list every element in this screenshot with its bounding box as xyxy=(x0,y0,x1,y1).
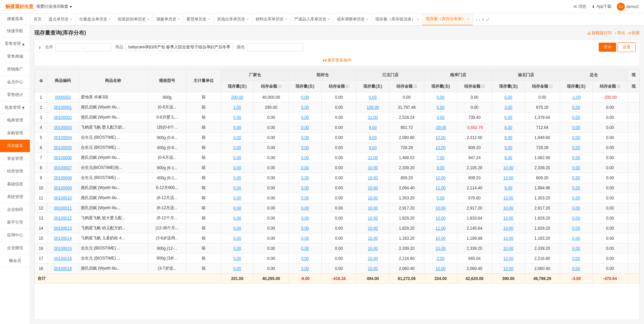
tab-material-out-history[interactable]: 材料出库单历史 × xyxy=(252,13,291,26)
cell-factory-qty[interactable]: 0.00 xyxy=(221,173,254,183)
cell-jiangbei-qty[interactable]: 10.00 xyxy=(357,223,389,233)
cell-factory-qty[interactable]: 0.00 xyxy=(221,123,254,133)
tab-fraction-stocktake[interactable]: 分量盘点单历史 × xyxy=(76,13,114,26)
tab-close-11[interactable]: × xyxy=(467,17,469,21)
cell-yubeimen-qty[interactable]: 10.00 xyxy=(492,203,525,213)
tab-next-btn[interactable]: › xyxy=(479,17,480,22)
cell-yubeimen-qty[interactable]: 3.00 xyxy=(492,102,525,112)
tab-transfer-history[interactable]: 调拨单历史 × xyxy=(153,13,183,26)
cell-jiangbei-qty[interactable]: 10.00 xyxy=(357,193,389,203)
cell-nanan-qty[interactable]: 10.00 xyxy=(424,143,457,153)
cell-jiangbei-qty[interactable]: 11.00 xyxy=(357,153,389,163)
cell-factory-qty[interactable]: 0.00 xyxy=(221,153,254,163)
tab-other-out-history[interactable]: 其他出库单历史 × xyxy=(214,13,252,26)
cell-rural-qty[interactable]: 0.00 xyxy=(289,243,321,253)
cell-rural-qty[interactable]: 0.00 xyxy=(289,173,321,183)
info-icon-1[interactable]: ⓘ xyxy=(278,85,281,88)
cell-rural-qty[interactable]: 0.00 xyxy=(289,133,321,143)
cell-code[interactable]: 00100010 xyxy=(47,193,79,203)
cell-yubeimen-qty[interactable]: 9.00 xyxy=(492,183,525,193)
cell-yubeimen-qty[interactable]: 8.00 xyxy=(492,123,525,133)
cell-jiangbei-qty[interactable]: 10.00 xyxy=(357,203,389,213)
cell-rural-qty[interactable]: 0.00 xyxy=(289,112,321,123)
info-icon-6[interactable]: ⓘ xyxy=(617,85,620,88)
cell-jiangbei-qty[interactable]: 10.00 xyxy=(357,163,389,173)
cell-rural-qty[interactable]: 0.00 xyxy=(289,123,321,133)
sidebar-item-marketing[interactable]: 营销推广 xyxy=(0,63,30,76)
tab-close-10[interactable]: × xyxy=(417,17,419,21)
cell-total-qty[interactable]: -1.00 xyxy=(560,92,592,102)
tab-product-in-history[interactable]: 产成品入库单历史 × xyxy=(291,13,333,26)
cell-jiangbei-qty[interactable]: 10.00 xyxy=(357,173,389,183)
tab-close-8[interactable]: × xyxy=(328,17,330,21)
sidebar-item-basic-info[interactable]: 基础信息 xyxy=(0,178,30,191)
cell-total-qty[interactable]: 0.00 xyxy=(560,203,592,213)
cell-code[interactable]: 00100018 xyxy=(47,264,79,274)
cell-total-qty[interactable]: 0.00 xyxy=(560,183,592,193)
sidebar-item-quick-nav[interactable]: 快捷导航 xyxy=(0,25,30,38)
cell-yubeimen-qty[interactable]: 9.00 xyxy=(492,143,525,153)
cell-rural-qty[interactable]: 0.00 xyxy=(289,153,321,163)
tab-stocktake-history[interactable]: 盘点单历史 × xyxy=(45,13,76,26)
cell-code[interactable]: 00100012 xyxy=(47,213,79,223)
product-input[interactable] xyxy=(125,43,233,51)
cell-yubeimen-qty[interactable]: 10.00 xyxy=(492,193,525,203)
cell-yubeimen-qty[interactable]: 10.00 xyxy=(492,264,525,274)
cell-yubeimen-qty[interactable]: 10.00 xyxy=(492,163,525,173)
cell-total-qty[interactable]: 0.00 xyxy=(560,264,592,274)
setting-btn[interactable]: 设置 xyxy=(618,42,636,52)
cell-code[interactable]: 00100009 xyxy=(47,183,79,193)
cell-total-qty[interactable]: 0.00 xyxy=(560,153,592,163)
tab-prev-btn[interactable]: ‹ xyxy=(476,17,477,22)
sidebar-item-retail-stats[interactable]: 零售统计 xyxy=(0,89,30,101)
cell-factory-qty[interactable]: 0.00 xyxy=(221,143,254,153)
sidebar-item-member[interactable]: 会员中心 xyxy=(0,76,30,89)
cell-code[interactable]: 00100003 xyxy=(47,123,79,133)
cell-code[interactable]: 00100007 xyxy=(47,163,79,173)
tab-inventory-status[interactable]: 现存量（库存状况表）× xyxy=(372,13,423,26)
cell-nanan-qty[interactable]: 10.00 xyxy=(424,133,457,143)
cell-nanan-qty[interactable]: 3.00 xyxy=(424,112,457,123)
tab-close-5[interactable]: × xyxy=(208,17,210,21)
cell-code[interactable]: 00100013 xyxy=(47,223,79,233)
sidebar-item-apps[interactable]: 应用中心 xyxy=(0,229,30,242)
sidebar-item-inventory[interactable]: 库存核算 xyxy=(0,140,30,152)
cell-yubeimen-qty[interactable]: 0.00 xyxy=(492,92,525,102)
cell-factory-qty[interactable]: 0.00 xyxy=(221,112,254,123)
cell-total-qty[interactable]: 0.00 xyxy=(560,102,592,112)
cell-total-qty[interactable]: 0.00 xyxy=(560,173,592,183)
sidebar-item-vip[interactable]: 畅会员 xyxy=(0,254,30,267)
user-avatar[interactable]: Ea demo2 xyxy=(617,3,639,11)
sidebar-item-finance[interactable]: 资金管理 xyxy=(0,152,30,165)
cell-code[interactable]: 00100006 xyxy=(47,153,79,163)
cell-rural-qty[interactable]: 0.00 xyxy=(289,92,321,102)
app-download-btn[interactable]: ⬇ App下载 xyxy=(592,4,611,9)
print-btn[interactable]: 🖨 按模版打印 xyxy=(587,30,612,36)
cell-total-qty[interactable]: 0.00 xyxy=(560,133,592,143)
cell-rural-qty[interactable]: 0.00 xyxy=(289,102,321,112)
cell-factory-qty[interactable]: 0.00 xyxy=(221,133,254,143)
tab-close-9[interactable]: × xyxy=(366,17,368,21)
cell-jiangbei-qty[interactable]: 9.00 xyxy=(357,133,389,143)
sidebar-item-search[interactable]: 搜索英单 xyxy=(0,13,30,25)
cell-code[interactable]: 00100014 xyxy=(47,233,79,243)
message-btn[interactable]: ✉ 消息 xyxy=(574,4,586,9)
cell-jiangbei-qty[interactable]: 10.00 xyxy=(357,233,389,243)
cell-code[interactable]: 00100011 xyxy=(47,203,79,213)
cell-code[interactable]: 00100004 xyxy=(47,133,79,143)
cell-nanan-qty[interactable]: 11.00 xyxy=(424,223,457,233)
cell-nanan-qty[interactable]: 3.00 xyxy=(424,253,457,264)
cell-code[interactable]: 00100002 xyxy=(47,112,79,123)
cell-factory-qty[interactable]: 0.00 xyxy=(221,163,254,173)
cell-total-qty[interactable]: 0.00 xyxy=(560,163,592,173)
cell-factory-qty[interactable]: 0.00 xyxy=(221,243,254,253)
sidebar-item-operations[interactable]: 经营管理 xyxy=(0,165,30,178)
cell-nanan-qty[interactable]: 10.00 xyxy=(424,243,457,253)
cell-factory-qty[interactable]: 0.00 xyxy=(221,223,254,233)
cell-rural-qty[interactable]: 0.00 xyxy=(289,143,321,153)
cell-nanan-qty[interactable]: 10.00 xyxy=(424,203,457,213)
info-icon-2[interactable]: ⓘ xyxy=(346,85,349,88)
tab-close-6[interactable]: × xyxy=(247,17,249,21)
tab-close-all-btn[interactable]: × xyxy=(482,17,484,22)
cell-factory-qty[interactable]: 0.00 xyxy=(221,264,254,274)
